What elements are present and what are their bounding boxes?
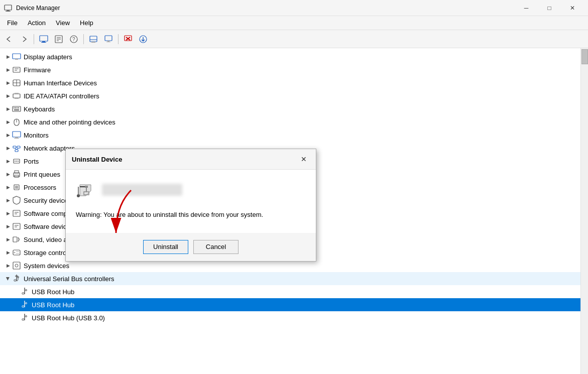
svg-rect-43	[14, 138, 19, 139]
menu-bar: File Action View Help	[0, 16, 588, 30]
expand-icon[interactable]: ▶	[4, 53, 12, 61]
uninstall-device-dialog: Uninstall Device ✕	[65, 149, 316, 262]
expand-icon[interactable]: ▶	[4, 66, 12, 74]
device-row	[76, 180, 306, 200]
device-tree[interactable]: ▶ Display adapters ▶ Firmware ▶	[0, 48, 580, 374]
tree-sub-item-usb-3[interactable]: USB Root Hub (USB 3.0)	[0, 311, 580, 324]
close-button[interactable]: ✕	[561, 0, 584, 16]
expand-icon[interactable]: ▶	[4, 275, 12, 283]
expand-icon[interactable]: ▶	[4, 248, 12, 257]
expand-icon[interactable]: ▶	[4, 79, 12, 87]
toolbar-sep-1	[34, 34, 34, 44]
remove-device-button[interactable]	[121, 32, 135, 46]
expand-icon[interactable]: ▶	[4, 92, 12, 100]
tree-sub-item-usb-2[interactable]: USB Root Hub	[0, 298, 580, 311]
tree-item-keyboards[interactable]: ▶ Keyboards	[0, 102, 580, 115]
monitors-icon	[12, 131, 21, 140]
computer-button[interactable]	[37, 32, 51, 46]
display-adapters-icon	[12, 52, 21, 61]
usb-port-icon-2	[20, 300, 29, 309]
menu-action[interactable]: Action	[23, 17, 51, 29]
svg-rect-71	[14, 280, 16, 281]
usb-icon	[12, 274, 21, 283]
monitors-label: Monitors	[24, 132, 49, 139]
svg-rect-33	[13, 106, 21, 111]
expand-icon[interactable]: ▶	[4, 144, 12, 152]
menu-view[interactable]: View	[51, 17, 75, 29]
system-devices-label: System devices	[24, 262, 69, 270]
expand-icon[interactable]: ▶	[4, 235, 12, 243]
properties-button[interactable]	[52, 32, 66, 46]
minimize-button[interactable]: ─	[515, 0, 538, 16]
printer-icon	[12, 170, 21, 179]
tree-item-mice[interactable]: ▶ Mice and other pointing devices	[0, 115, 580, 129]
usb-port-icon-3	[20, 313, 29, 322]
forward-button[interactable]	[17, 32, 31, 46]
storage-icon	[12, 248, 21, 257]
svg-rect-42	[15, 137, 18, 138]
svg-rect-4	[42, 41, 45, 42]
keyboards-label: Keyboards	[24, 105, 55, 113]
svg-point-50	[15, 161, 16, 162]
scrollbar-track[interactable]	[580, 48, 588, 374]
svg-point-78	[26, 316, 27, 317]
sound-icon	[12, 235, 21, 244]
tree-item-usb[interactable]: ▶ Universal Serial Bus controllers	[0, 272, 580, 285]
software-components-icon	[12, 209, 21, 218]
tree-item-firmware[interactable]: ▶ Firmware	[0, 63, 580, 76]
svg-rect-23	[15, 59, 18, 60]
print-queues-label: Print queues	[24, 171, 60, 178]
svg-rect-1	[7, 10, 10, 11]
svg-rect-0	[5, 5, 12, 10]
ide-label: IDE ATA/ATAPI controllers	[24, 92, 99, 100]
expand-icon[interactable]: ▶	[4, 170, 12, 178]
system-devices-icon	[12, 261, 21, 270]
svg-rect-13	[91, 42, 95, 43]
svg-rect-5	[41, 42, 46, 43]
security-label: Security devices	[24, 197, 71, 204]
expand-icon[interactable]: ▶	[4, 222, 12, 230]
dialog-close-button[interactable]: ✕	[298, 153, 310, 165]
tree-item-monitors[interactable]: ▶ Monitors	[0, 129, 580, 142]
device-name-blurred	[102, 184, 182, 196]
scan-button[interactable]	[86, 32, 100, 46]
expand-icon[interactable]: ▶	[4, 183, 12, 191]
software-devices-icon	[12, 222, 21, 231]
tree-sub-item-usb-1[interactable]: USB Root Hub	[0, 285, 580, 298]
mice-label: Mice and other pointing devices	[24, 118, 115, 126]
menu-file[interactable]: File	[2, 17, 23, 29]
svg-point-76	[26, 303, 27, 304]
dialog-title-bar: Uninstall Device ✕	[66, 149, 316, 170]
help-button[interactable]: ?	[67, 32, 81, 46]
processors-label: Processors	[24, 184, 56, 191]
mouse-icon	[12, 117, 21, 127]
expand-icon[interactable]: ▶	[4, 118, 12, 126]
maximize-button[interactable]: □	[538, 0, 561, 16]
svg-rect-17	[106, 42, 110, 42]
cancel-button[interactable]: Cancel	[193, 240, 239, 254]
tree-item-human-interface[interactable]: ▶ Human Interface Devices	[0, 76, 580, 89]
tree-item-ide[interactable]: ▶ IDE ATA/ATAPI controllers	[0, 89, 580, 102]
svg-point-70	[15, 264, 18, 267]
expand-icon[interactable]: ▶	[4, 157, 12, 165]
tree-item-display-adapters[interactable]: ▶ Display adapters	[0, 50, 580, 63]
expand-icon[interactable]: ▶	[4, 262, 12, 270]
ports-label: Ports	[24, 158, 39, 165]
update-driver-button[interactable]	[136, 32, 150, 46]
firmware-icon	[12, 65, 21, 74]
uninstall-button[interactable]: Uninstall	[143, 240, 188, 254]
expand-icon[interactable]: ▶	[4, 209, 12, 217]
svg-rect-38	[14, 109, 19, 110]
menu-help[interactable]: Help	[75, 17, 98, 29]
svg-rect-64	[13, 237, 17, 242]
scrollbar-thumb[interactable]	[581, 49, 588, 64]
expand-icon[interactable]: ▶	[4, 196, 12, 204]
back-button[interactable]	[2, 32, 16, 46]
monitor-button[interactable]	[101, 32, 115, 46]
expand-icon[interactable]: ▶	[4, 105, 12, 113]
svg-rect-37	[18, 107, 19, 108]
hid-label: Human Interface Devices	[24, 79, 97, 87]
usb-sub-1-label: USB Root Hub	[32, 288, 74, 296]
usb-sub-3-label: USB Root Hub (USB 3.0)	[32, 314, 105, 322]
expand-icon[interactable]: ▶	[4, 131, 12, 139]
